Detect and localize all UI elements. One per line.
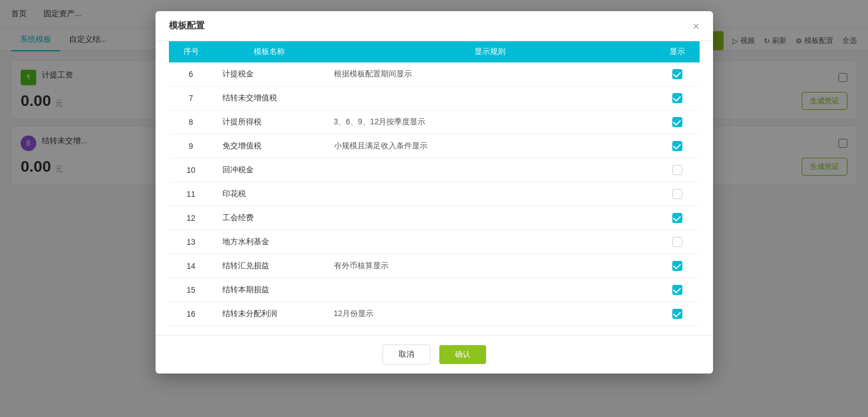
table-row: 16结转未分配利润12月份显示	[169, 302, 700, 326]
row-name: 工会经费	[214, 206, 325, 230]
row-checkbox[interactable]	[672, 117, 682, 127]
row-checkbox-cell	[655, 230, 700, 254]
config-table: 序号 模板名称 显示规则 显示 6计提税金根据模板配置期间显示7结转未交增值税8…	[169, 41, 700, 326]
row-checkbox[interactable]	[672, 237, 682, 247]
row-id: 7	[169, 86, 214, 110]
row-checkbox[interactable]	[672, 309, 682, 319]
row-name: 结转未分配利润	[214, 302, 325, 326]
modal-overlay: 模板配置 × 序号 模板名称 显示规则 显示 6计提税金根据模板配置期间显示7结…	[0, 0, 868, 417]
row-checkbox[interactable]	[672, 141, 682, 151]
row-id: 11	[169, 182, 214, 206]
row-rule	[325, 86, 655, 110]
table-row: 13地方水利基金	[169, 230, 700, 254]
modal-close-button[interactable]: ×	[693, 21, 700, 32]
row-id: 6	[169, 62, 214, 86]
row-checkbox-cell	[655, 158, 700, 182]
row-checkbox[interactable]	[672, 189, 682, 199]
row-checkbox[interactable]	[672, 93, 682, 103]
row-name: 结转本期损益	[214, 278, 325, 302]
row-rule: 有外币核算显示	[325, 254, 655, 278]
row-checkbox-cell	[655, 110, 700, 134]
row-id: 13	[169, 230, 214, 254]
table-row: 15结转本期损益	[169, 278, 700, 302]
table-row: 8计提所得税3、6、9、12月按季度显示	[169, 110, 700, 134]
row-checkbox[interactable]	[672, 261, 682, 271]
table-row: 6计提税金根据模板配置期间显示	[169, 62, 700, 86]
row-checkbox[interactable]	[672, 69, 682, 79]
table-row: 10回冲税金	[169, 158, 700, 182]
row-id: 15	[169, 278, 214, 302]
row-checkbox[interactable]	[672, 165, 682, 175]
col-header-id: 序号	[169, 41, 214, 62]
row-checkbox-cell	[655, 134, 700, 158]
row-name: 印花税	[214, 182, 325, 206]
row-checkbox[interactable]	[672, 213, 682, 223]
row-rule	[325, 278, 655, 302]
row-checkbox-cell	[655, 206, 700, 230]
row-rule	[325, 230, 655, 254]
col-header-rule: 显示规则	[325, 41, 655, 62]
row-rule: 小规模且满足收入条件显示	[325, 134, 655, 158]
row-checkbox-cell	[655, 254, 700, 278]
modal-footer: 取消 确认	[156, 335, 713, 374]
table-row: 12工会经费	[169, 206, 700, 230]
row-rule: 12月份显示	[325, 302, 655, 326]
row-rule	[325, 182, 655, 206]
row-name: 结转未交增值税	[214, 86, 325, 110]
cancel-button[interactable]: 取消	[382, 345, 430, 365]
row-checkbox[interactable]	[672, 285, 682, 295]
row-name: 结转汇兑损益	[214, 254, 325, 278]
table-row: 14结转汇兑损益有外币核算显示	[169, 254, 700, 278]
table-row: 11印花税	[169, 182, 700, 206]
row-id: 16	[169, 302, 214, 326]
row-rule: 3、6、9、12月按季度显示	[325, 110, 655, 134]
col-header-name: 模板名称	[214, 41, 325, 62]
col-header-display: 显示	[655, 41, 700, 62]
confirm-button[interactable]: 确认	[439, 345, 486, 364]
row-name: 免交增值税	[214, 134, 325, 158]
row-checkbox-cell	[655, 302, 700, 326]
row-checkbox-cell	[655, 62, 700, 86]
modal-body: 序号 模板名称 显示规则 显示 6计提税金根据模板配置期间显示7结转未交增值税8…	[156, 41, 713, 335]
row-id: 14	[169, 254, 214, 278]
table-header: 序号 模板名称 显示规则 显示	[169, 41, 700, 62]
row-id: 12	[169, 206, 214, 230]
row-rule	[325, 206, 655, 230]
row-checkbox-cell	[655, 86, 700, 110]
modal-header: 模板配置 ×	[156, 11, 713, 41]
row-name: 回冲税金	[214, 158, 325, 182]
row-checkbox-cell	[655, 182, 700, 206]
row-rule	[325, 158, 655, 182]
table-body: 6计提税金根据模板配置期间显示7结转未交增值税8计提所得税3、6、9、12月按季…	[169, 62, 700, 326]
row-id: 10	[169, 158, 214, 182]
row-checkbox-cell	[655, 278, 700, 302]
row-id: 8	[169, 110, 214, 134]
row-rule: 根据模板配置期间显示	[325, 62, 655, 86]
row-name: 计提所得税	[214, 110, 325, 134]
row-name: 计提税金	[214, 62, 325, 86]
row-name: 地方水利基金	[214, 230, 325, 254]
modal-title: 模板配置	[169, 20, 205, 32]
row-id: 9	[169, 134, 214, 158]
table-row: 9免交增值税小规模且满足收入条件显示	[169, 134, 700, 158]
template-config-modal: 模板配置 × 序号 模板名称 显示规则 显示 6计提税金根据模板配置期间显示7结…	[156, 11, 713, 374]
table-row: 7结转未交增值税	[169, 86, 700, 110]
